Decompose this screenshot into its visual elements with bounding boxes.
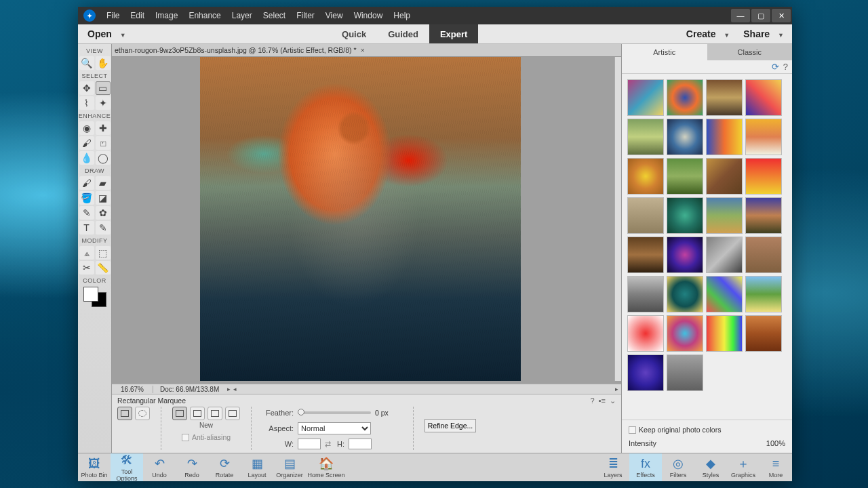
effect-thumb[interactable] [667,158,703,195]
vertical-scrollbar[interactable] [614,57,621,381]
effect-thumb[interactable] [627,315,664,352]
rotate-button[interactable]: ⟳Rotate [208,456,241,479]
help-icon[interactable]: ? [591,396,595,405]
marquee-tool[interactable]: ▭ [96,81,111,95]
effect-thumb[interactable] [627,197,664,234]
menu-image[interactable]: Image [150,11,183,20]
content-move-tool[interactable]: ✂ [79,261,94,274]
minimize-button[interactable]: — [731,9,750,22]
photobin-button[interactable]: 🖼Photo Bin [78,456,111,479]
effect-thumb[interactable] [745,197,782,234]
organizer-button[interactable]: ▤Organizer [273,456,306,479]
height-input[interactable] [349,439,372,449]
effect-thumb[interactable] [667,79,703,116]
effect-thumb[interactable] [745,276,782,312]
selection-new[interactable] [172,407,187,420]
selection-subtract[interactable] [208,407,222,420]
selection-add[interactable] [190,407,205,420]
crop-tool[interactable]: ⟁ [79,246,94,260]
tab-guided[interactable]: Guided [377,24,429,43]
healing-tool[interactable]: ✚ [96,121,111,135]
effect-thumb[interactable] [667,237,703,273]
effect-thumb[interactable] [627,79,664,116]
effect-thumb[interactable] [667,119,703,155]
keep-colors-checkbox[interactable] [629,426,636,434]
tab-expert[interactable]: Expert [429,24,478,43]
effect-thumb[interactable] [667,276,703,312]
effect-thumb[interactable] [667,197,703,234]
type-tool[interactable]: T [79,221,94,235]
move-tool[interactable]: ✥ [79,81,94,95]
feather-slider[interactable] [298,411,371,414]
effect-thumb[interactable] [745,315,782,352]
menu-filter[interactable]: Filter [291,11,320,20]
menu-help[interactable]: Help [388,11,416,20]
menu-enhance[interactable]: Enhance [183,11,226,20]
color-swatches[interactable] [83,287,106,307]
zoom-tool[interactable]: 🔍 [79,56,94,70]
panel-menu-icon[interactable]: ▪≡ [599,396,606,405]
lasso-tool[interactable]: ⌇ [79,96,94,110]
tab-classic[interactable]: Classic [707,44,793,60]
document-tab[interactable]: ethan-rougon-9wz3oP5Zb8s-unsplash.jpg @ … [112,44,621,57]
menu-layer[interactable]: Layer [226,11,258,20]
effects-button[interactable]: fxEffects [629,453,662,481]
open-button[interactable]: Open ▼ [78,28,133,39]
straighten-tool[interactable]: 📏 [96,261,111,274]
graphics-button[interactable]: ＋Graphics [727,456,760,479]
swap-wh-icon[interactable]: ⇄ [325,440,331,449]
menu-window[interactable]: Window [349,11,389,20]
effect-thumb[interactable] [627,158,664,195]
wand-tool[interactable]: ✦ [96,96,111,110]
zoom-value[interactable]: 16.67% [112,386,153,393]
effect-thumb[interactable] [706,197,743,234]
more-button[interactable]: ≡More [760,456,792,479]
marquee-ellipse-option[interactable] [135,407,150,420]
tab-quick[interactable]: Quick [331,24,377,43]
paint-bucket-tool[interactable]: 🪣 [79,191,94,205]
slider-knob[interactable] [298,409,304,415]
effect-thumb[interactable] [627,354,664,391]
clone-stamp-tool[interactable]: ⏍ [96,136,111,150]
effect-thumb[interactable] [667,315,703,352]
effect-thumb[interactable] [745,237,782,273]
menu-edit[interactable]: Edit [125,11,150,20]
create-button[interactable]: Create ▼ [677,28,734,39]
selection-intersect[interactable] [225,407,240,420]
maximize-button[interactable]: ▢ [751,9,770,22]
home-button[interactable]: 🏠Home Screen [306,456,347,479]
share-button[interactable]: Share ▼ [734,28,792,39]
effect-thumb[interactable] [745,158,782,195]
effect-thumb[interactable] [745,119,782,155]
hand-tool[interactable]: ✋ [96,56,111,70]
sponge-tool[interactable]: ◯ [96,151,111,165]
menu-view[interactable]: View [320,11,349,20]
effect-thumb[interactable] [706,315,743,352]
collapse-icon[interactable]: ⌄ [610,396,616,405]
tab-artistic[interactable]: Artistic [622,44,707,60]
redeye-tool[interactable]: ◉ [79,121,94,135]
effect-thumb[interactable] [627,276,664,312]
effect-thumb[interactable] [745,79,782,116]
eyedropper-tool[interactable]: ✎ [79,206,94,220]
menu-select[interactable]: Select [258,11,291,20]
close-document-icon[interactable]: × [361,46,365,54]
info-arrow-icon[interactable]: ▸ [227,386,231,392]
panel-help-icon[interactable]: ? [783,62,788,72]
canvas-area[interactable] [112,57,621,384]
layers-button[interactable]: ≣Layers [597,456,629,479]
gradient-tool[interactable]: ◪ [96,191,111,205]
close-button[interactable]: ✕ [772,9,791,22]
blur-tool[interactable]: 💧 [79,151,94,165]
hscroll-right-icon[interactable]: ▸ [615,386,618,392]
refine-edge-button[interactable]: Refine Edge... [425,419,476,432]
styles-button[interactable]: ◆Styles [694,456,727,479]
effect-thumb[interactable] [627,237,664,273]
eraser-tool[interactable]: ▰ [96,176,111,190]
effect-thumb[interactable] [706,237,743,273]
tool-options-button[interactable]: 🛠Tool Options [111,453,143,481]
effect-thumb[interactable] [706,79,743,116]
effect-thumb[interactable] [627,119,664,155]
marquee-rect-option[interactable] [117,407,132,420]
hscroll-left-icon[interactable]: ◂ [233,386,237,392]
